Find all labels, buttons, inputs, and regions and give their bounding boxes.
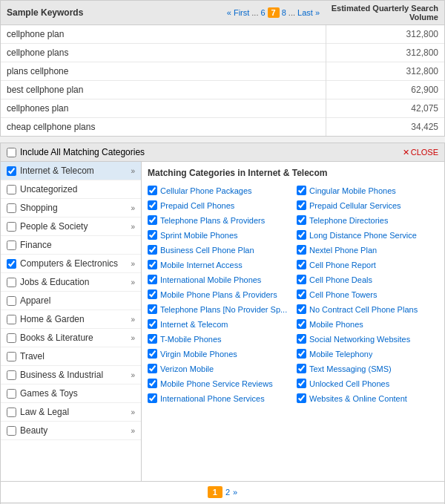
category-checkbox[interactable] (297, 260, 306, 269)
sidebar-item[interactable]: Law & Legal » (1, 403, 141, 422)
category-checkbox[interactable] (148, 304, 157, 314)
category-label[interactable]: Mobile Phone Service Reviews (160, 379, 273, 388)
sidebar-checkbox[interactable] (7, 240, 16, 250)
sidebar-item[interactable]: Apparel (1, 292, 141, 310)
category-checkbox[interactable] (297, 186, 306, 195)
sidebar-checkbox[interactable] (7, 389, 16, 399)
category-checkbox[interactable] (148, 215, 157, 225)
category-checkbox[interactable] (148, 200, 157, 210)
category-label[interactable]: Unlocked Cell Phones (309, 379, 389, 388)
sidebar-checkbox[interactable] (7, 278, 16, 287)
category-label[interactable]: Long Distance Phone Service (309, 231, 417, 240)
category-label[interactable]: Mobile Phones (309, 320, 363, 329)
category-checkbox[interactable] (297, 304, 306, 314)
category-label[interactable]: Telephone Plans & Providers (160, 216, 265, 225)
category-checkbox[interactable] (148, 245, 157, 255)
sidebar-item[interactable]: Internet & Telecom » (1, 162, 141, 180)
category-label[interactable]: Prepaid Cellular Services (309, 201, 401, 210)
category-checkbox[interactable] (297, 379, 306, 388)
pagination-page8[interactable]: 8 (282, 8, 286, 17)
category-checkbox[interactable] (297, 245, 306, 255)
sidebar-item[interactable]: Books & Literature » (1, 329, 141, 347)
sidebar-checkbox[interactable] (7, 259, 16, 269)
category-checkbox[interactable] (297, 200, 306, 210)
sidebar-checkbox[interactable] (7, 408, 16, 417)
sidebar-item[interactable]: Uncategorized (1, 180, 141, 199)
category-checkbox[interactable] (148, 289, 157, 299)
category-label[interactable]: International Phone Services (160, 394, 265, 403)
category-checkbox[interactable] (297, 230, 306, 240)
pagination-page6[interactable]: 6 (260, 8, 265, 17)
category-label[interactable]: Virgin Mobile Phones (160, 350, 237, 359)
category-checkbox[interactable] (297, 319, 306, 329)
sidebar-item[interactable]: People & Society » (1, 217, 141, 236)
category-checkbox[interactable] (148, 334, 157, 344)
category-label[interactable]: Cingular Mobile Phones (309, 186, 396, 195)
sidebar-checkbox[interactable] (7, 296, 16, 306)
category-checkbox[interactable] (148, 349, 157, 359)
category-label[interactable]: Verizon Mobile (160, 364, 214, 373)
sidebar-item[interactable]: Shopping » (1, 199, 141, 217)
category-checkbox[interactable] (148, 364, 157, 373)
sidebar-checkbox[interactable] (7, 352, 16, 361)
category-label[interactable]: Websites & Online Content (309, 394, 407, 403)
category-checkbox[interactable] (297, 289, 306, 299)
category-checkbox[interactable] (148, 260, 157, 269)
category-label[interactable]: Mobile Telephony (309, 350, 372, 359)
category-label[interactable]: Internet & Telecom (160, 320, 228, 329)
category-label[interactable]: Cell Phone Report (309, 261, 376, 269)
category-label[interactable]: Text Messaging (SMS) (309, 364, 392, 373)
category-label[interactable]: Mobile Phone Plans & Providers (160, 290, 277, 299)
category-label[interactable]: Cell Phone Deals (309, 275, 372, 284)
category-checkbox[interactable] (148, 230, 157, 240)
category-checkbox[interactable] (148, 275, 157, 284)
sidebar-checkbox[interactable] (7, 333, 16, 343)
category-checkbox[interactable] (148, 186, 157, 195)
category-label[interactable]: Social Networking Websites (309, 335, 410, 344)
cat-page-current[interactable]: 1 (208, 486, 222, 498)
pagination-current[interactable]: 7 (268, 7, 280, 18)
sidebar-item[interactable]: Beauty » (1, 422, 141, 440)
category-label[interactable]: Nextel Phone Plan (309, 246, 377, 255)
category-label[interactable]: Cell Phone Towers (309, 290, 378, 299)
sidebar-item[interactable]: Travel (1, 347, 141, 366)
category-checkbox[interactable] (297, 215, 306, 225)
category-label[interactable]: International Mobile Phones (160, 275, 261, 284)
category-checkbox[interactable] (297, 334, 306, 344)
category-checkbox[interactable] (297, 275, 306, 284)
category-checkbox[interactable] (297, 364, 306, 373)
pagination-last[interactable]: Last » (297, 8, 320, 17)
close-button[interactable]: ✕ CLOSE (403, 148, 438, 157)
sidebar-item[interactable]: Jobs & Education » (1, 273, 141, 292)
category-checkbox[interactable] (148, 319, 157, 329)
cat-page-next[interactable]: » (233, 488, 237, 497)
category-checkbox[interactable] (148, 379, 157, 388)
sidebar-checkbox[interactable] (7, 315, 16, 324)
category-checkbox[interactable] (297, 393, 306, 403)
include-all-checkbox[interactable] (7, 148, 16, 157)
category-label[interactable]: Telephone Plans [No Provider Sp... (160, 305, 287, 314)
sidebar-item[interactable]: Business & Industrial » (1, 366, 141, 384)
sidebar-checkbox[interactable] (7, 370, 16, 380)
cat-page-2[interactable]: 2 (225, 488, 230, 497)
category-label[interactable]: Cellular Phone Packages (160, 186, 252, 195)
sidebar-checkbox[interactable] (7, 166, 16, 176)
sidebar-item[interactable]: Games & Toys (1, 384, 141, 403)
category-checkbox[interactable] (297, 349, 306, 359)
category-label[interactable]: No Contract Cell Phone Plans (309, 305, 418, 314)
category-label[interactable]: Prepaid Cell Phones (160, 201, 234, 210)
category-label[interactable]: Mobile Internet Access (160, 261, 243, 269)
category-label[interactable]: Telephone Directories (309, 216, 388, 225)
category-label[interactable]: Business Cell Phone Plan (160, 246, 254, 255)
category-label[interactable]: Sprint Mobile Phones (160, 231, 238, 240)
sidebar-item[interactable]: Home & Garden » (1, 310, 141, 329)
category-label[interactable]: T-Mobile Phones (160, 335, 222, 344)
category-checkbox[interactable] (148, 393, 157, 403)
sidebar-checkbox[interactable] (7, 203, 16, 213)
sidebar-checkbox[interactable] (7, 426, 16, 436)
sidebar-checkbox[interactable] (7, 222, 16, 232)
sidebar-item[interactable]: Computers & Electronics » (1, 255, 141, 273)
sidebar-item[interactable]: Finance (1, 236, 141, 255)
sidebar-checkbox[interactable] (7, 185, 16, 194)
pagination-first[interactable]: « First (227, 8, 250, 17)
